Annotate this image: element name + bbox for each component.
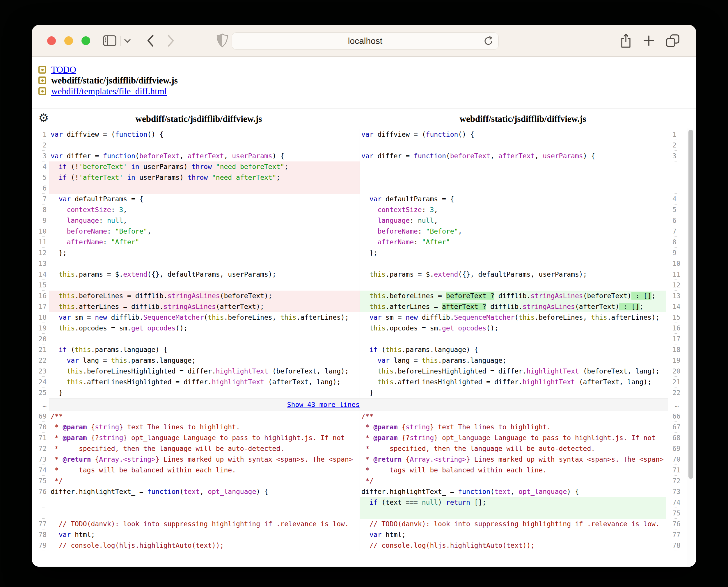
line-number: …: [668, 398, 689, 411]
minimize-window-button[interactable]: [64, 37, 73, 45]
code-line: var html;: [49, 530, 360, 540]
line-number: 14: [666, 301, 686, 312]
code-line: this.params = $.extend({}, defaultParams…: [49, 269, 360, 280]
code-line: this.afterLines = afterText ? difflib.st…: [360, 301, 666, 312]
diff-row: 2017: [38, 334, 694, 345]
code-line: [49, 183, 360, 194]
reload-icon[interactable]: [483, 36, 494, 46]
diff-row: 24 this.afterLinesHighlighted = differ.h…: [38, 377, 694, 388]
address-bar[interactable]: localhost: [232, 32, 499, 50]
code-line: // TODO(danvk): look into suppressing hi…: [360, 519, 666, 530]
code-line: [360, 334, 666, 345]
code-line: if (this.params.language) {: [49, 345, 360, 355]
line-number: 19: [38, 323, 49, 334]
code-line: var defaultParams = {: [49, 194, 360, 205]
code-line: /**: [360, 411, 666, 422]
new-tab-icon[interactable]: [643, 35, 655, 47]
diff-row: 10 beforeName: "Before", beforeName: "Be…: [38, 226, 694, 237]
code-line: var diffview = (function() {: [360, 129, 666, 140]
share-icon[interactable]: [620, 33, 632, 48]
current-file-label: webdiff/static/jsdifflib/diffview.js: [51, 75, 178, 86]
line-number: 6: [666, 215, 686, 226]
line-number: 77: [666, 530, 686, 540]
code-line: * tags will be balanced within each line…: [360, 465, 666, 476]
file-list-item: TODO: [39, 64, 696, 75]
forward-icon[interactable]: [167, 34, 175, 47]
code-line: // console.log(hljs.highlightAuto(text))…: [49, 540, 360, 551]
code-line: * @param {string} text The lines to high…: [360, 422, 666, 432]
line-number: [666, 161, 686, 172]
line-number: 1: [38, 129, 49, 140]
diff-row: 22: [38, 140, 694, 151]
diff-row: 4 if (!'beforeText' in userParams) throw…: [38, 161, 694, 172]
line-number: 76: [666, 519, 686, 530]
page-content: TODO webdiff/static/jsdifflib/diffview.j…: [32, 57, 696, 567]
code-line: beforeName: "Before",: [49, 226, 360, 237]
code-line: if (text === null) return [];: [360, 497, 666, 508]
diff-header: ⚙ webdiff/static/jsdifflib/diffview.js w…: [32, 108, 696, 129]
line-number: 13: [666, 290, 686, 301]
line-number: 78: [666, 540, 686, 551]
line-number: 15: [38, 280, 49, 290]
code-line: if (!'afterText' in userParams) throw "n…: [49, 172, 360, 183]
line-number: …: [38, 398, 49, 411]
close-window-button[interactable]: [47, 37, 56, 45]
line-number: 18: [38, 312, 49, 323]
diff-row: 9 language: null, language: null,6: [38, 215, 694, 226]
code-line: var html;: [360, 530, 666, 540]
line-number: 9: [38, 215, 49, 226]
code-line: this.opcodes = sm.get_opcodes();: [49, 323, 360, 334]
back-icon[interactable]: [146, 34, 154, 47]
skip-cell: Show 43 more lines: [49, 398, 362, 411]
settings-gear-icon[interactable]: ⚙: [39, 112, 49, 124]
diff-row: if (text === null) return [];74: [38, 497, 694, 508]
line-number: 12: [38, 248, 49, 258]
line-number: 8: [666, 237, 686, 248]
code-line: [49, 508, 360, 519]
line-number: 8: [38, 205, 49, 215]
code-line: // TODO(danvk): look into suppressing hi…: [49, 519, 360, 530]
diff-row: 12 }; };9: [38, 248, 694, 258]
scrollbar[interactable]: [687, 128, 694, 567]
line-number: 6: [38, 183, 49, 194]
code-line: [360, 280, 666, 290]
code-line: // console.log(hljs.highlightAuto(text))…: [360, 540, 666, 551]
diff-row: 3var differ = function(beforeText, after…: [38, 151, 694, 161]
line-number: 25: [38, 388, 49, 398]
sidebar-toggle-icon[interactable]: [103, 35, 116, 47]
file-link-file-diff[interactable]: webdiff/templates/file_diff.html: [51, 86, 167, 97]
show-more-link[interactable]: Show 43 more lines: [287, 401, 360, 408]
address-bar-url: localhost: [348, 36, 382, 46]
code-line: this.params = $.extend({}, defaultParams…: [360, 269, 666, 280]
diff-row: 1512: [38, 280, 694, 290]
file-link-todo[interactable]: TODO: [51, 65, 76, 75]
code-line: [49, 334, 360, 345]
code-line: var lang = this.params.language;: [49, 355, 360, 366]
tab-overview-icon[interactable]: [666, 34, 680, 47]
code-line: var sm = new difflib.SequenceMatcher(thi…: [360, 312, 666, 323]
diff-row: 17 this.afterLines = difflib.stringAsLin…: [38, 301, 694, 312]
line-number: [666, 183, 686, 194]
privacy-shield-icon[interactable]: [217, 33, 228, 48]
diff-row: 11 afterName: "After" afterName: "After"…: [38, 237, 694, 248]
line-number: 1: [666, 129, 686, 140]
zoom-window-button[interactable]: [82, 37, 90, 45]
code-line: [49, 497, 360, 508]
line-number: 21: [666, 377, 686, 388]
line-number: 3: [666, 151, 686, 161]
line-number: 23: [38, 366, 49, 377]
code-line: * @param {?string} opt_language Language…: [360, 432, 666, 443]
diff-row: 73 * @return {Array.<string>} Lines mark…: [38, 454, 694, 465]
chevron-down-icon[interactable]: [124, 39, 131, 43]
line-number: 67: [666, 422, 686, 432]
diff-row: 72 * specified, then the language will b…: [38, 443, 694, 454]
scrollbar-thumb[interactable]: [688, 130, 693, 479]
code-line: * specified, then the language will be a…: [49, 443, 360, 454]
diff-row: 78 var html; var html;77: [38, 530, 694, 540]
line-number: 9: [666, 248, 686, 258]
line-number: 69: [38, 411, 49, 422]
code-line: beforeName: "Before",: [360, 226, 666, 237]
code-line: * tags will be balanced within each line…: [49, 465, 360, 476]
line-number: 17: [38, 301, 49, 312]
code-line: this.opcodes = sm.get_opcodes();: [360, 323, 666, 334]
